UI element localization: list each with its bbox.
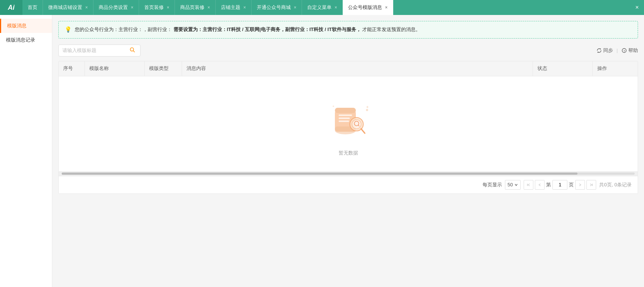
tab-bar-close-all[interactable]: × xyxy=(630,0,644,15)
tab-custom-menu-label: 自定义菜单 xyxy=(307,4,332,11)
first-page-button[interactable] xyxy=(524,180,533,190)
page-label-before: 第 xyxy=(546,181,551,188)
notice-text-prefix: 您的公众号行业为：主营行业：，副营行业： xyxy=(75,27,172,32)
th-index: 序号 xyxy=(59,61,85,76)
sidebar-item-template-record[interactable]: 模版消息记录 xyxy=(0,33,52,47)
search-input[interactable] xyxy=(62,48,130,53)
toolbar-divider: | xyxy=(617,48,618,53)
tab-store-theme-label: 店铺主题 xyxy=(221,4,240,11)
th-action: 操作 xyxy=(593,61,638,76)
search-icon xyxy=(130,47,135,52)
tab-custom-menu[interactable]: 自定义菜单 × xyxy=(302,0,343,15)
scrollbar-track xyxy=(62,172,635,175)
tab-home-decor-label: 首页装修 xyxy=(144,4,164,11)
tab-micro-store[interactable]: 微商城店铺设置 × xyxy=(43,0,93,15)
th-content: 消息内容 xyxy=(182,61,533,76)
svg-point-16 xyxy=(366,109,368,111)
tab-open-mall-close[interactable]: × xyxy=(294,5,296,10)
search-input-wrap xyxy=(58,45,141,57)
chevron-down-icon xyxy=(514,183,518,187)
tab-micro-store-close[interactable]: × xyxy=(85,5,88,10)
page-size-value: 50 xyxy=(508,182,513,187)
sidebar-item-template-record-label: 模版消息记录 xyxy=(6,37,35,43)
total-info: 共0页, 0条记录 xyxy=(599,181,632,188)
empty-illustration xyxy=(326,99,371,144)
content-area: 💡 您的公众号行业为：主营行业：，副营行业： 需要设置为：主营行业：IT科技 /… xyxy=(52,15,644,287)
svg-rect-9 xyxy=(339,117,350,119)
help-button[interactable]: ? 帮助 xyxy=(622,47,638,54)
tab-store-theme-close[interactable]: × xyxy=(243,5,246,10)
search-button[interactable] xyxy=(130,47,135,54)
tab-template-msg[interactable]: 公众号模版消息 × xyxy=(343,0,393,15)
page-nav: 第 页 xyxy=(524,180,596,190)
help-label: 帮助 xyxy=(628,47,638,54)
svg-point-17 xyxy=(333,106,334,107)
tab-home-label: 首页 xyxy=(28,4,37,11)
svg-text:?: ? xyxy=(623,49,625,52)
notice-icon: 💡 xyxy=(65,26,72,33)
notice-text-suffix: 才能正常发送预置的消息。 xyxy=(362,27,420,32)
tab-product-category[interactable]: 商品分类设置 × xyxy=(93,0,139,15)
next-page-icon xyxy=(578,183,582,187)
tab-product-decor[interactable]: 商品页装修 × xyxy=(175,0,216,15)
tab-home[interactable]: 首页 xyxy=(22,0,43,15)
tab-home-decor[interactable]: 首页装修 × xyxy=(139,0,175,15)
tab-bar: Ai 首页 微商城店铺设置 × 商品分类设置 × 首页装修 × 商品页装修 × … xyxy=(0,0,644,15)
notice-text: 您的公众号行业为：主营行业：，副营行业： 需要设置为：主营行业：IT科技 / 互… xyxy=(75,26,420,34)
pagination: 每页显示 50 xyxy=(59,176,638,193)
svg-line-1 xyxy=(133,51,135,52)
last-page-icon xyxy=(589,183,593,187)
empty-text: 暂无数据 xyxy=(339,150,358,156)
tab-product-category-label: 商品分类设置 xyxy=(99,4,128,11)
table-header: 序号 模版名称 模版类型 消息内容 状态 操作 xyxy=(59,61,638,76)
tab-product-category-close[interactable]: × xyxy=(131,5,133,10)
sidebar-item-template-message-label: 模版消息 xyxy=(7,23,27,28)
tab-product-decor-close[interactable]: × xyxy=(207,5,210,10)
toolbar-right: 同步 | ? 帮助 xyxy=(597,47,638,54)
horizontal-scrollbar[interactable] xyxy=(59,171,638,176)
th-status: 状态 xyxy=(533,61,593,76)
notice-banner: 💡 您的公众号行业为：主营行业：，副营行业： 需要设置为：主营行业：IT科技 /… xyxy=(58,21,638,39)
page-size-select[interactable]: 50 xyxy=(505,180,521,190)
tab-open-mall[interactable]: 开通公众号商城 × xyxy=(252,0,302,15)
sidebar: 模版消息 模版消息记录 xyxy=(0,15,52,287)
prev-page-button[interactable] xyxy=(535,180,545,190)
sidebar-item-template-message[interactable]: 模版消息 xyxy=(0,19,52,33)
tab-open-mall-label: 开通公众号商城 xyxy=(257,4,291,11)
empty-state: 暂无数据 xyxy=(59,76,638,171)
prev-page-icon xyxy=(538,183,542,187)
next-page-button[interactable] xyxy=(575,180,585,190)
help-icon: ? xyxy=(622,48,627,53)
tab-store-theme[interactable]: 店铺主题 × xyxy=(216,0,252,15)
search-bar: 同步 | ? 帮助 xyxy=(58,45,638,57)
page-number-input[interactable] xyxy=(552,180,567,190)
tab-home-decor-close[interactable]: × xyxy=(167,5,169,10)
sync-icon xyxy=(597,48,602,53)
scrollbar-thumb[interactable] xyxy=(62,172,577,175)
app-logo: Ai xyxy=(0,0,22,15)
data-table: 序号 模版名称 模版类型 消息内容 状态 操作 xyxy=(58,61,638,194)
last-page-button[interactable] xyxy=(586,180,596,190)
tab-micro-store-label: 微商城店铺设置 xyxy=(48,4,82,11)
main-layout: 模版消息 模版消息记录 💡 您的公众号行业为：主营行业：，副营行业： 需要设置为… xyxy=(0,15,644,287)
notice-text-highlight: 需要设置为：主营行业：IT科技 / 互联网|电子商务，副营行业：IT科技 / I… xyxy=(173,27,361,32)
tab-template-msg-label: 公众号模版消息 xyxy=(348,4,382,11)
sync-button[interactable]: 同步 xyxy=(597,47,613,54)
tab-product-decor-label: 商品页装修 xyxy=(180,4,204,11)
tab-custom-menu-close[interactable]: × xyxy=(335,5,337,10)
page-size-label: 每页显示 xyxy=(483,181,502,188)
tab-template-msg-close[interactable]: × xyxy=(385,5,388,10)
th-type: 模版类型 xyxy=(145,61,182,76)
svg-rect-10 xyxy=(339,120,349,122)
svg-rect-6 xyxy=(335,108,356,113)
svg-line-13 xyxy=(361,129,365,133)
page-label-after: 页 xyxy=(569,181,574,188)
th-name: 模版名称 xyxy=(85,61,145,76)
sync-label: 同步 xyxy=(603,47,613,54)
svg-rect-8 xyxy=(339,115,352,116)
first-page-icon xyxy=(527,183,530,187)
